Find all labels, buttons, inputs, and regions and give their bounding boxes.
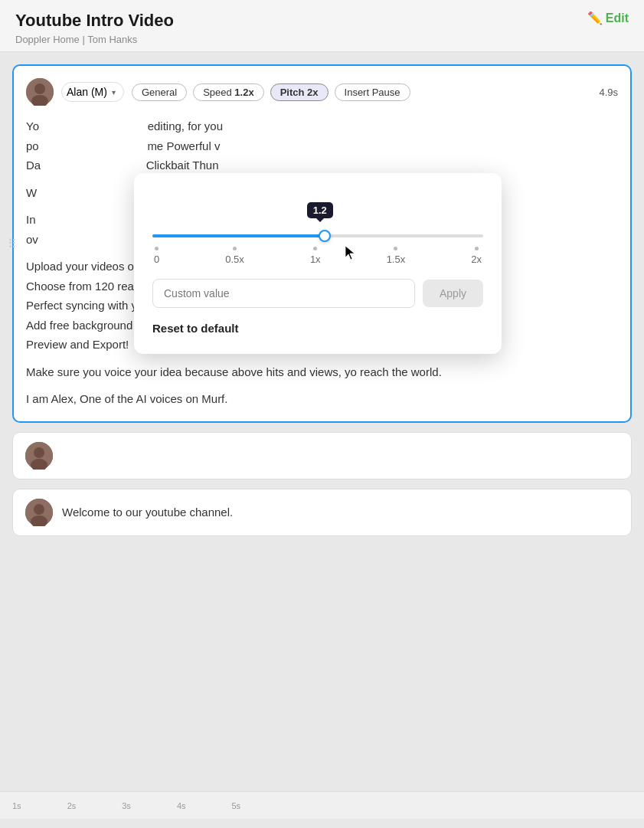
breadcrumb: Doppler Home | Tom Hanks xyxy=(15,34,629,45)
slider-thumb[interactable] xyxy=(319,230,331,242)
svg-point-7 xyxy=(34,504,44,515)
slider-label-2: 2x xyxy=(471,247,482,265)
tag-pitch[interactable]: Pitch 2x xyxy=(270,83,329,101)
timeline-mark-1: 1s xyxy=(12,801,21,810)
voice-tags: General Speed 1.2x Pitch 2x Insert Pause xyxy=(132,83,410,101)
voice-name: Alan (M) xyxy=(67,86,107,98)
slider-label-1: 1x xyxy=(310,247,321,265)
custom-value-input[interactable] xyxy=(152,279,415,308)
avatar-2 xyxy=(25,442,53,470)
tag-speed[interactable]: Speed 1.2x xyxy=(193,83,264,101)
slider-tooltip: 1.2 xyxy=(307,202,333,218)
reset-button[interactable]: Reset to default xyxy=(152,322,239,335)
chevron-down-icon: ▾ xyxy=(112,88,116,97)
slider-wrapper xyxy=(152,234,483,237)
slider-labels: 0 0.5x 1x 1.5x 2x xyxy=(152,247,483,265)
timeline-mark-2: 2s xyxy=(67,801,77,810)
avatar-3 xyxy=(25,499,53,526)
breadcrumb-home[interactable]: Doppler Home xyxy=(15,34,80,45)
tag-insert-pause[interactable]: Insert Pause xyxy=(335,83,410,101)
voice-bar: Alan (M) ▾ General Speed 1.2x Pitch 2x I… xyxy=(26,78,618,106)
custom-input-row: Apply xyxy=(152,279,483,308)
slider-label-05: 0.5x xyxy=(225,247,244,265)
time-badge: 4.9s xyxy=(599,87,618,98)
avatar xyxy=(26,78,54,106)
slider-fill xyxy=(152,234,325,237)
drag-handle[interactable]: ⠿ xyxy=(8,236,17,250)
script-text-3[interactable]: Welcome to our youtube channel. xyxy=(62,506,233,519)
svg-point-1 xyxy=(34,83,45,94)
timeline-mark-3: 3s xyxy=(122,801,131,810)
slider-label-0: 0 xyxy=(154,247,159,265)
voice-selector[interactable]: Alan (M) ▾ xyxy=(61,82,124,102)
tag-general[interactable]: General xyxy=(132,83,187,101)
speed-popup: 1.2 0 0.5x 1x xyxy=(134,173,502,354)
timeline-bar: 1s 2s 3s 4s 5s xyxy=(0,791,644,819)
apply-button[interactable]: Apply xyxy=(423,280,483,307)
breadcrumb-project[interactable]: Tom Hanks xyxy=(87,34,137,45)
edit-button[interactable]: ✏️ Edit xyxy=(587,11,629,25)
page-title: Youtube Intro Video xyxy=(15,11,174,31)
timeline-mark-4: 4s xyxy=(177,801,186,810)
timeline-mark-5: 5s xyxy=(232,801,241,810)
script-block-2 xyxy=(12,432,632,479)
script-block-3: Welcome to our youtube channel. xyxy=(12,489,632,536)
slider-label-15: 1.5x xyxy=(387,247,406,265)
svg-point-4 xyxy=(34,447,44,458)
top-bar: Youtube Intro Video ✏️ Edit Doppler Home… xyxy=(0,0,644,52)
slider-track[interactable] xyxy=(152,234,483,237)
edit-icon: ✏️ xyxy=(587,11,603,25)
main-area: ⠿ Alan (M) ▾ General Speed 1.2x Pitch 2x… xyxy=(0,52,644,819)
